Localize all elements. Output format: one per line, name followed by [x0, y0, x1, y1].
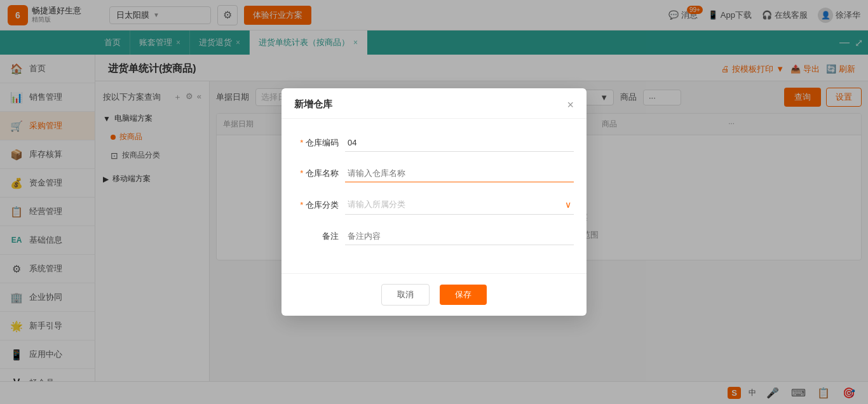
name-input-wrap — [345, 165, 574, 182]
dialog-header: 新增仓库 × — [281, 88, 587, 119]
cancel-button[interactable]: 取消 — [381, 284, 430, 306]
save-button[interactable]: 保存 — [440, 285, 487, 305]
new-warehouse-dialog: 新增仓库 × 仓库编码 仓库名称 仓库分类 — [281, 88, 587, 316]
dialog-footer: 取消 保存 — [281, 273, 587, 316]
code-label: 仓库编码 — [294, 137, 345, 149]
dialog-overlay: 新增仓库 × 仓库编码 仓库名称 仓库分类 — [0, 0, 868, 404]
form-row-category: 仓库分类 请输入所属分类 ∨ — [294, 195, 574, 215]
form-row-remark: 备注 — [294, 227, 574, 245]
name-label: 仓库名称 — [294, 168, 345, 179]
warehouse-code-input[interactable] — [345, 134, 574, 152]
dialog-title: 新增仓库 — [294, 98, 332, 111]
dialog-body: 仓库编码 仓库名称 仓库分类 请输入所属分类 ∨ — [281, 119, 587, 273]
remark-input-wrap — [345, 227, 574, 245]
code-input-wrap — [345, 134, 574, 152]
form-row-code: 仓库编码 — [294, 134, 574, 152]
dialog-close-button[interactable]: × — [567, 99, 574, 111]
remark-label: 备注 — [294, 231, 345, 242]
warehouse-name-input[interactable] — [345, 165, 574, 182]
warehouse-remark-input[interactable] — [345, 227, 574, 245]
category-placeholder: 请输入所属分类 — [348, 199, 405, 210]
category-select-wrap: 请输入所属分类 ∨ — [345, 195, 574, 215]
warehouse-category-select[interactable]: 请输入所属分类 ∨ — [345, 195, 574, 215]
form-row-name: 仓库名称 — [294, 165, 574, 182]
category-arrow-icon: ∨ — [565, 199, 571, 210]
category-label: 仓库分类 — [294, 199, 345, 211]
